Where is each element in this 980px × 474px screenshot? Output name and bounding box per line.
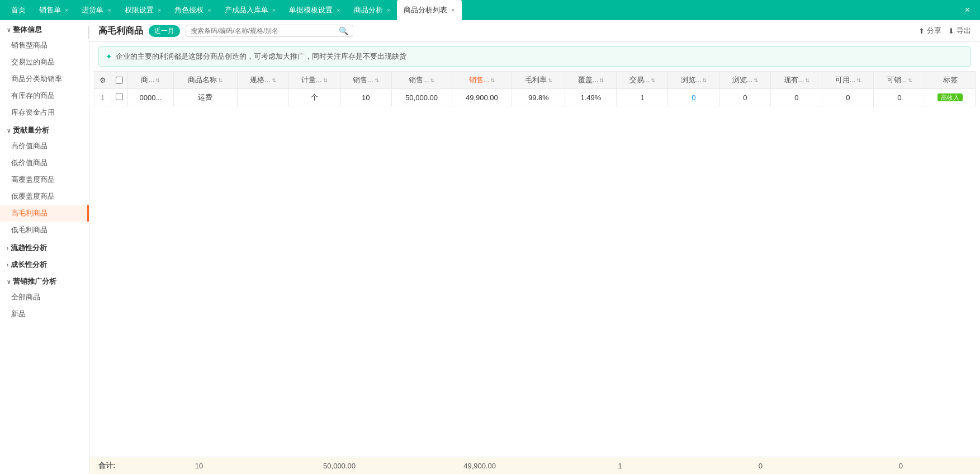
sidebar-item-in-stock[interactable]: 有库存的商品 xyxy=(0,87,89,104)
chevron-down-icon: ∨ xyxy=(7,27,11,33)
th-unit[interactable]: 计量... ⇅ xyxy=(288,72,340,89)
nav-permission[interactable]: 权限设置 × xyxy=(118,0,168,20)
sort-sale-qty-icon[interactable]: ⇅ xyxy=(375,77,379,83)
sidebar-item-low-coverage[interactable]: 低覆盖度商品 xyxy=(0,188,89,205)
sidebar-item-new-goods[interactable]: 新品 xyxy=(0,306,89,322)
sidebar-item-high-value[interactable]: 高价值商品 xyxy=(0,138,89,154)
sort-code-icon[interactable]: ⇅ xyxy=(155,77,160,83)
sidebar-item-sales-goods[interactable]: 销售型商品 xyxy=(0,37,89,54)
sort-available-icon[interactable]: ⇅ xyxy=(856,77,861,83)
cell-checkbox[interactable] xyxy=(111,89,128,106)
browse1-link[interactable]: 0 xyxy=(692,93,695,102)
nav-sales[interactable]: 销售单 × xyxy=(32,0,75,20)
th-tx-count[interactable]: 交易... ⇅ xyxy=(617,72,668,89)
sidebar-collapse-button[interactable]: 《 xyxy=(88,26,89,39)
window-close-button[interactable]: × xyxy=(959,5,976,15)
sort-browse1-icon[interactable]: ⇅ xyxy=(702,77,707,83)
footer-current: 0 xyxy=(831,462,971,470)
sidebar-item-high-coverage[interactable]: 高覆盖度商品 xyxy=(0,171,89,188)
sort-name-icon[interactable]: ⇅ xyxy=(218,77,222,83)
sort-gross-rate-icon[interactable]: ⇅ xyxy=(548,77,552,83)
content-header: 高毛利商品 近一月 🔍 ⬆ 分享 ⬇ 导出 xyxy=(89,20,980,42)
sort-sale-profit-icon[interactable]: ⇅ xyxy=(490,77,495,83)
th-browse1[interactable]: 浏览... ⇅ xyxy=(668,72,719,89)
info-banner-text: 企业的主要的利润都是这部分商品创造的，可考虑加大推广，同时关注库存是不要出现缺货 xyxy=(116,51,406,62)
nav-analysis-list[interactable]: 商品分析列表 × xyxy=(397,0,461,20)
th-checkbox[interactable] xyxy=(111,72,128,89)
nav-role-close[interactable]: × xyxy=(207,0,211,20)
th-tag: 标签 xyxy=(925,72,976,89)
nav-permission-close[interactable]: × xyxy=(158,0,161,20)
th-spec[interactable]: 规格... ⇅ xyxy=(237,72,288,89)
cell-sale-amt: 50,000.00 xyxy=(391,89,452,106)
sort-spec-icon[interactable]: ⇅ xyxy=(272,77,276,83)
cell-browse1[interactable]: 0 xyxy=(668,89,719,106)
sidebar-item-high-margin[interactable]: 高毛利商品 xyxy=(0,205,89,222)
share-button[interactable]: ⬆ 分享 xyxy=(919,26,941,36)
nav-purchase-close[interactable]: × xyxy=(107,0,111,20)
sidebar-item-category-rate[interactable]: 商品分类助销率 xyxy=(0,71,89,87)
sidebar-item-stock-fund[interactable]: 库存资金占用 xyxy=(0,104,89,121)
nav-role[interactable]: 角色授权 × xyxy=(168,0,217,20)
th-available[interactable]: 可用... ⇅ xyxy=(822,72,874,89)
th-gross-rate[interactable]: 毛利率 ⇅ xyxy=(512,72,565,89)
sort-saleable-icon[interactable]: ⇅ xyxy=(908,77,912,83)
th-current[interactable]: 现有... ⇅ xyxy=(771,72,822,89)
search-input-wrap: 🔍 xyxy=(186,25,353,37)
export-button[interactable]: ⬇ 导出 xyxy=(948,26,971,36)
sidebar: 《 ∨ 整体信息 销售型商品 交易过的商品 商品分类助销率 有库存的商品 库存资… xyxy=(0,20,89,474)
sort-sale-amt-icon[interactable]: ⇅ xyxy=(430,77,434,83)
chevron-down-icon-2: ∨ xyxy=(7,128,11,134)
search-input[interactable] xyxy=(191,27,337,35)
sidebar-group-marketing[interactable]: ∨ 营销推广分析 xyxy=(0,272,89,289)
nav-analysis-close[interactable]: × xyxy=(387,0,390,20)
nav-analysis[interactable]: 商品分析 × xyxy=(347,0,397,20)
th-saleable[interactable]: 可销... ⇅ xyxy=(874,72,925,89)
sidebar-item-traded-goods[interactable]: 交易过的商品 xyxy=(0,54,89,71)
nav-template[interactable]: 单据模板设置 × xyxy=(282,0,347,20)
data-table: ⚙ 商... ⇅ 商品名称 xyxy=(94,71,976,106)
tag-badge: 高收入 xyxy=(938,93,963,101)
table-header-row: ⚙ 商... ⇅ 商品名称 xyxy=(94,72,976,89)
row-checkbox[interactable] xyxy=(116,93,123,100)
th-sale-profit[interactable]: 销售... ⇅ xyxy=(452,72,512,89)
sidebar-item-low-margin[interactable]: 低毛利商品 xyxy=(0,222,89,238)
nav-product-in[interactable]: 产成品入库单 × xyxy=(218,0,282,20)
share-icon: ⬆ xyxy=(919,27,925,35)
th-browse2[interactable]: 浏览... ⇅ xyxy=(719,72,771,89)
th-coverage[interactable]: 覆盖... ⇅ xyxy=(565,72,617,89)
th-sale-amt[interactable]: 销售... ⇅ xyxy=(391,72,452,89)
nav-template-close[interactable]: × xyxy=(337,0,340,20)
th-settings[interactable]: ⚙ xyxy=(94,72,111,89)
sort-tx-icon[interactable]: ⇅ xyxy=(651,77,655,83)
nav-purchase[interactable]: 进货单 × xyxy=(75,0,117,20)
th-name[interactable]: 商品名称 ⇅ xyxy=(173,72,237,89)
chevron-right-icon: › xyxy=(7,245,8,251)
footer-sale-profit: 49,900.00 xyxy=(410,462,550,470)
sidebar-group-overall[interactable]: ∨ 整体信息 xyxy=(0,20,89,37)
sort-current-icon[interactable]: ⇅ xyxy=(805,77,809,83)
nav-home[interactable]: 首页 xyxy=(4,0,32,20)
sort-coverage-icon[interactable]: ⇅ xyxy=(599,77,604,83)
sidebar-group-trend[interactable]: › 流趋性分析 xyxy=(0,238,89,255)
sort-unit-icon[interactable]: ⇅ xyxy=(323,77,328,83)
th-code[interactable]: 商... ⇅ xyxy=(128,72,174,89)
sidebar-group-growth[interactable]: › 成长性分析 xyxy=(0,255,89,272)
search-icon[interactable]: 🔍 xyxy=(339,26,348,35)
sidebar-item-all-goods[interactable]: 全部商品 xyxy=(0,289,89,306)
sidebar-item-low-value[interactable]: 低价值商品 xyxy=(0,154,89,171)
nav-product-in-close[interactable]: × xyxy=(272,0,276,20)
table-row: 1 0000... 运费 个 10 50,000.00 49,900.00 99… xyxy=(94,89,976,106)
main-layout: 《 ∨ 整体信息 销售型商品 交易过的商品 商品分类助销率 有库存的商品 库存资… xyxy=(0,20,980,474)
cell-name: 运费 xyxy=(173,89,237,106)
cell-spec xyxy=(237,89,288,106)
footer-total-label: 合计: xyxy=(98,461,115,471)
table-container[interactable]: ⚙ 商... ⇅ 商品名称 xyxy=(89,71,980,457)
nav-analysis-list-close[interactable]: × xyxy=(451,0,455,20)
date-filter-button[interactable]: 近一月 xyxy=(149,25,180,37)
sort-browse2-icon[interactable]: ⇅ xyxy=(754,77,758,83)
nav-sales-close[interactable]: × xyxy=(65,0,68,20)
sidebar-group-contribution[interactable]: ∨ 贡献量分析 xyxy=(0,121,89,138)
th-sale-qty[interactable]: 销售... ⇅ xyxy=(340,72,391,89)
select-all-checkbox[interactable] xyxy=(116,77,123,84)
